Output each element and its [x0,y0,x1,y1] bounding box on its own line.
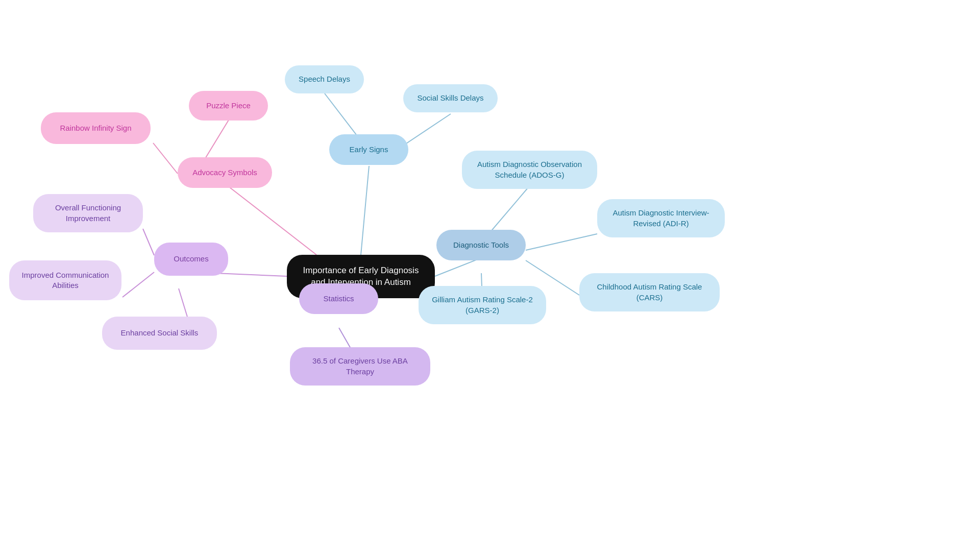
diagnostic-tools-node: Diagnostic Tools [436,230,526,260]
svg-line-16 [153,143,178,174]
aba-node: 36.5 of Caregivers Use ABA Therapy [290,347,430,386]
cars-node: Childhood Autism Rating Scale (CARS) [579,273,720,311]
svg-line-12 [122,272,154,297]
early-signs-node: Early Signs [329,134,408,165]
svg-line-0 [361,166,369,255]
adir-node: Autism Diagnostic Interview-Revised (ADI… [597,199,725,237]
puzzle-piece-node: Puzzle Piece [189,91,268,121]
enhanced-social-node: Enhanced Social Skills [102,317,217,350]
statistics-node: Statistics [299,283,378,314]
social-skills-delays-node: Social Skills Delays [403,84,498,112]
svg-line-11 [143,229,154,255]
svg-line-3 [435,258,481,276]
improved-communication-node: Improved Communication Abilities [9,260,121,300]
speech-delays-node: Speech Delays [285,65,364,93]
gars-node: Gilliam Autism Rating Scale-2 (GARS-2) [419,286,546,324]
outcomes-node: Outcomes [154,243,228,276]
advocacy-symbols-node: Advocacy Symbols [178,157,272,188]
ados-node: Autism Diagnostic Observation Schedule (… [462,151,597,189]
overall-functioning-node: Overall Functioning Improvement [33,194,143,232]
svg-line-14 [225,184,316,255]
svg-line-5 [526,234,597,250]
rainbow-infinity-node: Rainbow Infinity Sign [41,112,151,144]
